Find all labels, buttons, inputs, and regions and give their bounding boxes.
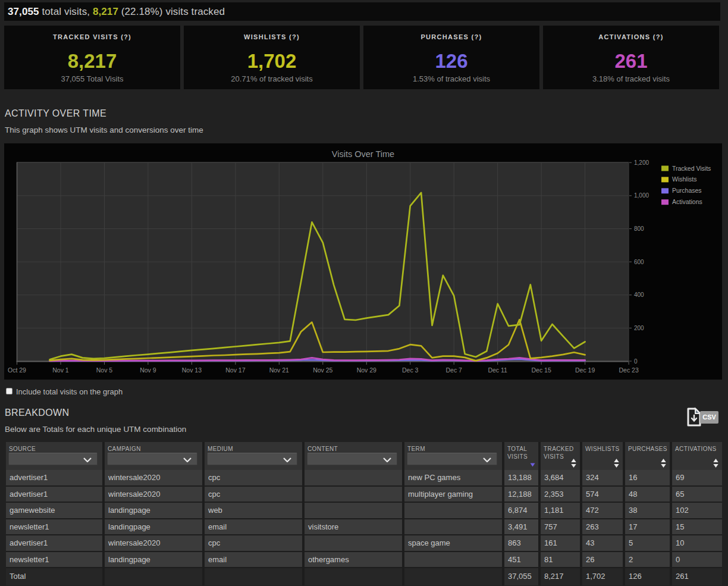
svg-text:Nov 29: Nov 29 — [357, 366, 376, 374]
svg-text:600: 600 — [634, 259, 644, 265]
svg-text:Dec 23: Dec 23 — [619, 366, 638, 374]
svg-text:Dec 15: Dec 15 — [531, 366, 551, 374]
svg-text:Dec 7: Dec 7 — [445, 366, 462, 374]
svg-text:Nov 13: Nov 13 — [182, 366, 202, 374]
svg-text:Nov 1: Nov 1 — [52, 366, 69, 374]
svg-text:400: 400 — [634, 292, 644, 298]
svg-text:Purchases: Purchases — [672, 187, 702, 194]
svg-text:Nov 25: Nov 25 — [313, 366, 332, 374]
svg-text:Dec 19: Dec 19 — [575, 366, 595, 374]
svg-text:Tracked Visits: Tracked Visits — [672, 165, 711, 172]
svg-text:Wishlists: Wishlists — [672, 176, 696, 183]
svg-text:Oct 29: Oct 29 — [8, 366, 26, 374]
svg-text:Nov 21: Nov 21 — [269, 366, 289, 374]
svg-text:1,200: 1,200 — [634, 159, 649, 166]
svg-text:800: 800 — [634, 225, 644, 232]
svg-text:0: 0 — [634, 358, 638, 365]
svg-text:Dec 3: Dec 3 — [402, 366, 419, 374]
svg-text:Nov 5: Nov 5 — [96, 366, 113, 374]
svg-text:Nov 9: Nov 9 — [140, 366, 156, 374]
svg-text:Nov 17: Nov 17 — [225, 366, 245, 374]
svg-text:Activations: Activations — [672, 198, 702, 205]
svg-text:200: 200 — [634, 325, 644, 331]
svg-text:1,000: 1,000 — [634, 192, 649, 199]
svg-text:Dec 11: Dec 11 — [488, 366, 507, 374]
